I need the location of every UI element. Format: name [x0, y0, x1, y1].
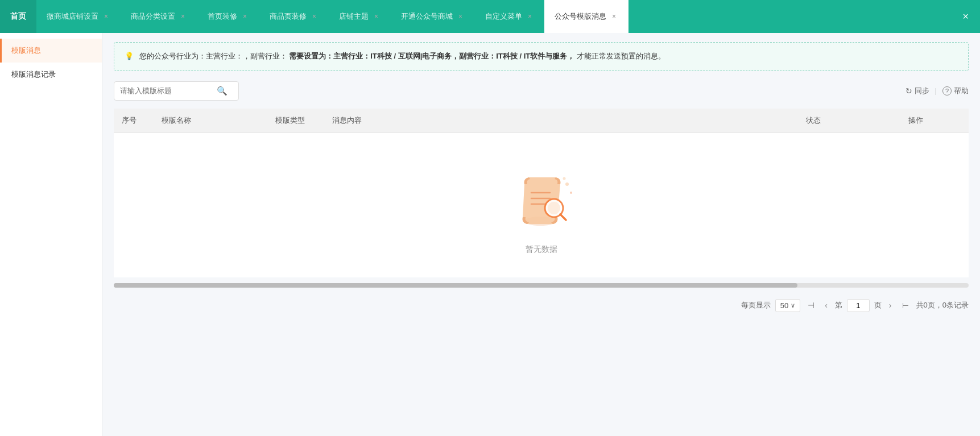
template-msg-label: 公众号模版消息	[555, 11, 606, 22]
close-template-msg[interactable]: ×	[610, 11, 618, 22]
help-button[interactable]: ? 帮助	[942, 86, 969, 96]
nav-tab-open-wechat-mall[interactable]: 开通公众号商城 ×	[391, 0, 475, 33]
close-shop-theme[interactable]: ×	[372, 11, 381, 22]
shop-settings-label: 微商城店铺设置	[47, 11, 98, 22]
empty-state: 暂无数据	[114, 133, 969, 277]
sync-label: 同步	[915, 86, 929, 96]
notice-box: 💡 您的公众号行业为：主营行业：，副营行业： 需要设置为：主营行业：IT科技 /…	[114, 42, 969, 71]
next-page-button[interactable]: ›	[886, 300, 895, 311]
custom-menu-label: 自定义菜单	[485, 11, 522, 22]
close-open-wechat-mall[interactable]: ×	[456, 11, 465, 22]
open-wechat-mall-label: 开通公众号商城	[401, 11, 453, 22]
content-area: 💡 您的公众号行业为：主营行业：，副营行业： 需要设置为：主营行业：IT科技 /…	[102, 33, 980, 436]
col-header-status: 状态	[798, 109, 900, 133]
close-shop-settings[interactable]: ×	[102, 11, 110, 22]
nav-tab-custom-menu[interactable]: 自定义菜单 ×	[475, 0, 544, 33]
table-body: 暂无数据	[114, 132, 969, 277]
nav-tab-home[interactable]: 首页	[0, 0, 36, 33]
page-label: 页	[874, 300, 882, 310]
page-size-value: 50	[780, 301, 788, 310]
svg-point-8	[570, 192, 572, 194]
help-icon: ?	[942, 86, 952, 95]
search-divider: |	[935, 86, 937, 95]
sync-button[interactable]: ↻ 同步	[905, 86, 929, 96]
search-left: 🔍	[114, 81, 239, 101]
empty-illustration	[507, 167, 576, 235]
prev-page-button[interactable]: ‹	[822, 300, 830, 311]
search-input-wrap: 🔍	[114, 81, 239, 101]
top-navigation: 首页 微商城店铺设置 × 商品分类设置 × 首页装修 × 商品页装修 × 店铺主…	[0, 0, 980, 33]
sidebar-item-template-message-record[interactable]: 模版消息记录	[0, 63, 102, 86]
scrollbar-thumb[interactable]	[114, 283, 797, 288]
svg-point-9	[563, 177, 565, 180]
product-category-label: 商品分类设置	[131, 11, 175, 22]
empty-row: 暂无数据	[114, 132, 969, 277]
total-label: 共0页，0条记录	[916, 300, 969, 310]
search-right: ↻ 同步 | ? 帮助	[905, 86, 969, 96]
homepage-decor-label: 首页装修	[208, 11, 237, 22]
notice-prefix: 您的公众号行业为：主营行业：，副营行业：	[139, 52, 287, 60]
first-page-button[interactable]: ⊣	[805, 300, 817, 311]
page-word-first: 第	[835, 300, 842, 310]
nav-tab-homepage-decor[interactable]: 首页装修 ×	[197, 0, 259, 33]
current-page-input[interactable]	[847, 299, 870, 312]
nav-tab-shop-theme[interactable]: 店铺主题 ×	[329, 0, 391, 33]
col-header-name: 模版名称	[154, 109, 267, 133]
notice-highlight: 需要设置为：主营行业：IT科技 / 互联网|电子商务，副营行业：IT科技 / I…	[289, 52, 574, 60]
shop-theme-label: 店铺主题	[339, 11, 369, 22]
search-input[interactable]	[114, 86, 217, 95]
help-label: 帮助	[954, 86, 969, 96]
nav-tab-product-category[interactable]: 商品分类设置 ×	[121, 0, 197, 33]
close-homepage-decor[interactable]: ×	[241, 11, 249, 22]
empty-text: 暂无数据	[526, 244, 557, 255]
sidebar: 模版消息 模版消息记录	[0, 33, 102, 436]
svg-line-6	[560, 214, 566, 220]
per-page-label: 每页显示	[741, 300, 771, 310]
nav-tab-product-decor[interactable]: 商品页装修 ×	[259, 0, 329, 33]
sidebar-item-template-message[interactable]: 模版消息	[0, 39, 102, 63]
svg-point-5	[548, 202, 560, 214]
close-product-category[interactable]: ×	[179, 11, 187, 22]
notice-icon: 💡	[125, 52, 134, 60]
search-icon[interactable]: 🔍	[217, 86, 232, 96]
page-size-select[interactable]: 50 ∨	[775, 299, 800, 312]
col-header-content: 消息内容	[324, 109, 798, 133]
col-header-action: 操作	[900, 109, 969, 133]
close-custom-menu[interactable]: ×	[526, 11, 534, 22]
nav-tab-shop-settings[interactable]: 微商城店铺设置 ×	[36, 0, 121, 33]
main-layout: 模版消息 模版消息记录 💡 您的公众号行业为：主营行业：，副营行业： 需要设置为…	[0, 33, 980, 436]
sync-icon: ↻	[905, 86, 912, 95]
page-size-arrow: ∨	[791, 302, 795, 309]
sidebar-label-template-message-record: 模版消息记录	[11, 70, 56, 78]
close-product-decor[interactable]: ×	[310, 11, 319, 22]
product-decor-label: 商品页装修	[270, 11, 307, 22]
horizontal-scrollbar[interactable]	[114, 283, 969, 288]
notice-suffix: 才能正常发送预置的消息。	[577, 52, 665, 60]
col-header-type: 模版类型	[267, 109, 324, 133]
col-header-seq: 序号	[114, 109, 154, 133]
sidebar-label-template-message: 模版消息	[11, 46, 41, 55]
data-table: 序号 模版名称 模版类型 消息内容 状态 操作	[114, 109, 969, 277]
nav-tab-template-msg[interactable]: 公众号模版消息 ×	[544, 0, 628, 33]
home-tab-label: 首页	[10, 11, 26, 22]
search-bar: 🔍 ↻ 同步 | ? 帮助	[114, 81, 969, 101]
last-page-button[interactable]: ⊢	[899, 300, 912, 311]
pagination: 每页显示 50 ∨ ⊣ ‹ 第 页 › ⊢ 共0页，0条记录	[114, 293, 969, 318]
svg-point-7	[565, 182, 569, 186]
table-header-row: 序号 模版名称 模版类型 消息内容 状态 操作	[114, 109, 969, 133]
global-close-button[interactable]: ×	[951, 0, 980, 33]
